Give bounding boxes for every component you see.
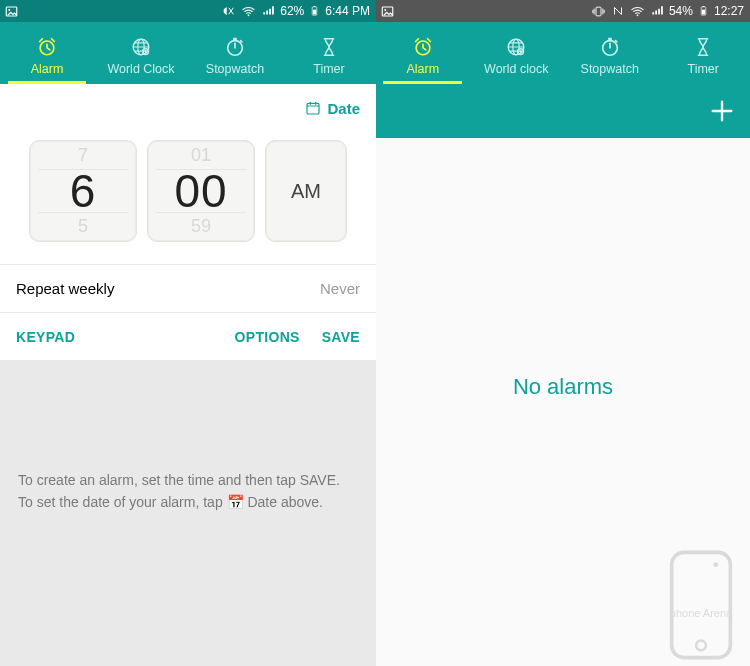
keypad-button[interactable]: KEYPAD xyxy=(16,329,75,345)
empty-state: No alarms xyxy=(376,138,750,666)
status-bar: 54% 12:27 xyxy=(376,0,750,22)
tab-label: Stopwatch xyxy=(206,62,264,76)
battery-icon xyxy=(309,3,320,19)
stopwatch-icon xyxy=(599,36,621,58)
minute-wheel[interactable]: 01 00 59 xyxy=(147,140,255,242)
repeat-row[interactable]: Repeat weekly Never xyxy=(0,264,376,312)
tab-alarm[interactable]: Alarm xyxy=(0,36,94,84)
time-picker: 7 6 5 01 00 59 AM xyxy=(0,132,376,250)
date-button[interactable]: Date xyxy=(327,100,360,117)
nfc-icon xyxy=(611,4,625,18)
battery-percent: 54% xyxy=(669,4,693,18)
tab-timer[interactable]: Timer xyxy=(282,36,376,84)
tab-bar: Alarm World clock Stopwatch Timer xyxy=(376,22,750,84)
hourglass-icon xyxy=(318,36,340,58)
status-time: 6:44 PM xyxy=(325,4,370,18)
picture-icon xyxy=(4,4,19,19)
left-screenshot: 62% 6:44 PM Alarm World Clock Stopwatch … xyxy=(0,0,376,666)
tab-bar: Alarm World Clock Stopwatch Timer xyxy=(0,22,376,84)
right-screenshot: 54% 12:27 Alarm World clock Stopwatch Ti… xyxy=(376,0,750,666)
add-alarm-button[interactable] xyxy=(708,97,736,125)
tab-label: Alarm xyxy=(406,62,439,76)
world-clock-icon xyxy=(130,36,152,58)
tab-stopwatch[interactable]: Stopwatch xyxy=(563,36,657,84)
battery-percent: 62% xyxy=(280,4,304,18)
tab-world-clock[interactable]: World Clock xyxy=(94,36,188,84)
minute-next: 59 xyxy=(148,216,254,237)
tab-alarm[interactable]: Alarm xyxy=(376,36,470,84)
tab-world-clock[interactable]: World clock xyxy=(470,36,564,84)
alarm-icon xyxy=(36,36,58,58)
tab-label: World clock xyxy=(484,62,548,76)
repeat-value: Never xyxy=(320,280,360,297)
tab-stopwatch[interactable]: Stopwatch xyxy=(188,36,282,84)
tab-label: Timer xyxy=(688,62,719,76)
signal-icon xyxy=(650,4,664,18)
tab-label: Alarm xyxy=(31,62,64,76)
wifi-icon xyxy=(630,4,645,19)
world-clock-icon xyxy=(505,36,527,58)
action-bar: KEYPAD OPTIONS SAVE xyxy=(0,312,376,360)
tip-text: To create an alarm, set the time and the… xyxy=(0,360,376,666)
tab-label: World Clock xyxy=(107,62,174,76)
alarm-icon xyxy=(412,36,434,58)
wifi-icon xyxy=(241,4,256,19)
tab-label: Stopwatch xyxy=(581,62,639,76)
ampm-wheel[interactable]: AM xyxy=(265,140,347,242)
picture-icon xyxy=(380,4,395,19)
mute-icon xyxy=(222,4,236,18)
save-button[interactable]: SAVE xyxy=(322,329,360,345)
signal-icon xyxy=(261,4,275,18)
hour-prev: 7 xyxy=(30,145,136,166)
hourglass-icon xyxy=(692,36,714,58)
stopwatch-icon xyxy=(224,36,246,58)
repeat-label: Repeat weekly xyxy=(16,280,114,297)
vibrate-icon xyxy=(591,4,606,19)
ampm-value: AM xyxy=(291,180,321,203)
tab-timer[interactable]: Timer xyxy=(657,36,751,84)
hour-next: 5 xyxy=(30,216,136,237)
minute-value: 00 xyxy=(174,164,227,218)
battery-icon xyxy=(698,3,709,19)
empty-text: No alarms xyxy=(513,374,613,400)
calendar-icon xyxy=(305,100,321,116)
minute-prev: 01 xyxy=(148,145,254,166)
status-time: 12:27 xyxy=(714,4,744,18)
options-button[interactable]: OPTIONS xyxy=(235,329,300,345)
hour-value: 6 xyxy=(70,164,97,218)
tab-label: Timer xyxy=(313,62,344,76)
secondary-toolbar xyxy=(376,84,750,138)
status-bar: 62% 6:44 PM xyxy=(0,0,376,22)
hour-wheel[interactable]: 7 6 5 xyxy=(29,140,137,242)
